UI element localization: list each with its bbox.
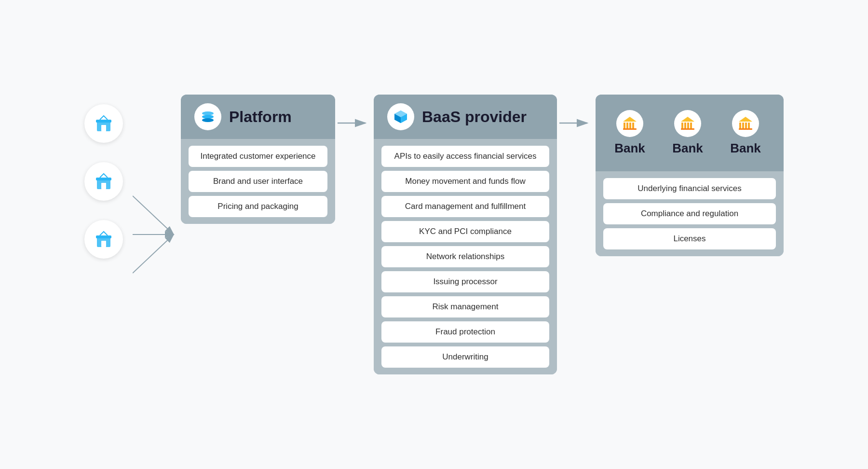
platform-icon xyxy=(194,103,221,130)
svg-rect-2 xyxy=(101,125,106,131)
svg-rect-37 xyxy=(742,123,744,128)
banks-items: Underlying financial services Compliance… xyxy=(596,171,784,256)
svg-marker-41 xyxy=(739,117,752,122)
svg-line-10 xyxy=(133,196,174,234)
platform-item-1: Integrated customer experience xyxy=(189,146,327,167)
diagram: Platform Integrated customer experience … xyxy=(65,75,803,394)
platform-box: Platform Integrated customer experience … xyxy=(181,95,335,224)
svg-marker-29 xyxy=(623,117,637,122)
baas-item-5: Network relationships xyxy=(381,246,549,267)
stores-to-platform-connector xyxy=(133,95,181,374)
store-icon-1 xyxy=(84,104,123,143)
banks-box: Bank Bank xyxy=(596,95,784,256)
baas-item-6: Issuing processor xyxy=(381,271,549,292)
svg-rect-4 xyxy=(96,178,111,180)
platform-title: Platform xyxy=(229,108,292,126)
svg-marker-35 xyxy=(681,117,694,122)
svg-line-12 xyxy=(133,234,174,273)
svg-rect-40 xyxy=(739,128,752,130)
bank-item-2: Compliance and regulation xyxy=(603,203,776,224)
svg-rect-32 xyxy=(687,123,689,128)
bank-icon-1 xyxy=(616,110,643,137)
banks-header: Bank Bank xyxy=(596,95,784,171)
baas-item-4: KYC and PCI compliance xyxy=(381,221,549,242)
baas-item-8: Fraud protection xyxy=(381,321,549,343)
baas-item-3: Card management and fulfillment xyxy=(381,196,549,217)
svg-rect-30 xyxy=(681,123,683,128)
svg-rect-1 xyxy=(96,120,111,123)
baas-item-7: Risk management xyxy=(381,296,549,317)
bank-item-1: Underlying financial services xyxy=(603,178,776,199)
svg-rect-7 xyxy=(96,235,111,238)
svg-rect-8 xyxy=(101,241,106,247)
bank-label-3: Bank xyxy=(730,141,761,156)
bank-item-3: Licenses xyxy=(603,228,776,249)
svg-rect-25 xyxy=(626,123,628,128)
svg-rect-39 xyxy=(748,123,750,128)
store-icon-3 xyxy=(84,220,123,259)
svg-rect-34 xyxy=(681,128,694,130)
bank-label-2: Bank xyxy=(672,141,703,156)
platform-item-2: Brand and user interface xyxy=(189,171,327,192)
bank-label-1: Bank xyxy=(614,141,645,156)
baas-title: BaaS provider xyxy=(422,108,527,126)
baas-item-2: Money movement and funds flow xyxy=(381,171,549,192)
baas-header: BaaS provider xyxy=(374,95,557,139)
bank-icon-3 xyxy=(732,110,759,137)
svg-rect-33 xyxy=(690,123,692,128)
platform-header: Platform xyxy=(181,95,335,139)
baas-box: BaaS provider APIs to easily access fina… xyxy=(374,95,557,374)
baas-icon xyxy=(387,103,414,130)
svg-point-14 xyxy=(202,115,214,119)
svg-rect-28 xyxy=(623,128,637,130)
bank-box-2: Bank xyxy=(661,101,714,165)
bank-box-1: Bank xyxy=(603,101,656,165)
baas-item-1: APIs to easily access financial services xyxy=(381,146,549,167)
platform-item-3: Pricing and packaging xyxy=(189,196,327,217)
platform-items: Integrated customer experience Brand and… xyxy=(181,139,335,224)
stores-column xyxy=(84,104,123,259)
svg-rect-27 xyxy=(632,123,634,128)
svg-rect-24 xyxy=(624,123,625,128)
svg-point-15 xyxy=(202,118,214,122)
bank-icon-2 xyxy=(674,110,701,137)
platform-to-baas-arrow xyxy=(335,116,374,130)
baas-items: APIs to easily access financial services… xyxy=(374,139,557,374)
svg-rect-26 xyxy=(629,123,631,128)
svg-rect-5 xyxy=(101,183,106,189)
store-icon-2 xyxy=(84,162,123,201)
svg-rect-36 xyxy=(739,123,741,128)
svg-point-13 xyxy=(202,111,214,115)
baas-to-banks-arrow xyxy=(557,116,596,130)
svg-rect-38 xyxy=(745,123,747,128)
baas-item-9: Underwriting xyxy=(381,346,549,368)
svg-rect-31 xyxy=(684,123,686,128)
bank-box-3: Bank xyxy=(719,101,772,165)
